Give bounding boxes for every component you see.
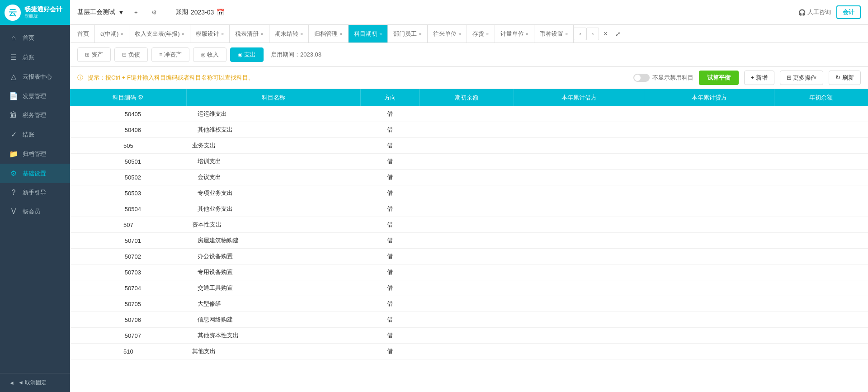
cell-ytd-debit	[514, 217, 644, 233]
tab-expand-button[interactable]: ⤢	[612, 28, 624, 40]
tab-next-button[interactable]: ›	[586, 28, 599, 40]
cell-ytd-debit	[514, 328, 644, 344]
tab-clients[interactable]: 往来单位 ×	[428, 25, 467, 43]
tab-inventory[interactable]: 存货 ×	[467, 25, 495, 43]
support-button[interactable]: 🎧 人工咨询	[798, 8, 831, 16]
tab-filing[interactable]: 归档管理 ×	[309, 25, 348, 43]
table-row[interactable]: 507资本性支出借	[70, 217, 868, 233]
sidebar-toggle-pin[interactable]: ◄ ◄ 取消固定	[0, 373, 70, 392]
sub-tab-expense[interactable]: ◉ 支出	[230, 47, 264, 62]
add-button[interactable]: + 新增	[744, 71, 774, 85]
refresh-button[interactable]: ↻ 刷新	[829, 71, 861, 85]
col-settings-icon[interactable]: ⚙	[138, 94, 144, 101]
cell-name: 业务支出	[187, 138, 361, 154]
trial-balance-button[interactable]: 试算平衡	[699, 71, 739, 85]
cell-name: 信息网络购建	[187, 312, 361, 328]
table-row[interactable]: 50406其他维权支出借	[70, 122, 868, 138]
table-row[interactable]: 50705大型修缮借	[70, 296, 868, 312]
tab-midterm[interactable]: ε(中期) ×	[95, 25, 129, 43]
sidebar-item-close-accounts[interactable]: ✓ 结账	[0, 125, 70, 144]
account-button[interactable]: 会计	[836, 5, 861, 19]
sub-tab-liability[interactable]: ⊟ 负债	[114, 47, 148, 62]
table-row[interactable]: 50703专用设备购置借	[70, 264, 868, 280]
tab-home-label: 首页	[77, 30, 89, 38]
tab-tax[interactable]: 税表清册 ×	[230, 25, 269, 43]
tab-subject-init[interactable]: 科目期初 ×	[349, 25, 388, 43]
table-row[interactable]: 50503专项业务支出借	[70, 185, 868, 201]
cell-code: 50705	[70, 296, 187, 312]
toggle-disabled-accounts[interactable]	[633, 74, 650, 82]
cell-ytd-credit	[644, 280, 774, 296]
table-row[interactable]: 510其他支出借	[70, 344, 868, 359]
tab-subject-init-close[interactable]: ×	[379, 31, 382, 37]
settings-button[interactable]: ⚙	[148, 6, 160, 19]
table-row[interactable]: 50405运运维支出借	[70, 106, 868, 122]
tab-template-close[interactable]: ×	[221, 31, 224, 37]
topbar: 基层工会测试 ▼ + ⚙ 账期 2023-03 📅 🎧 人工咨询 会计	[70, 0, 868, 25]
cell-ytd-credit	[644, 138, 774, 154]
more-actions-button[interactable]: ⊞ 更多操作	[780, 71, 824, 85]
cell-code: 507	[70, 217, 187, 233]
tab-inventory-close[interactable]: ×	[486, 31, 489, 37]
col-year-opening: 年初余额	[774, 89, 868, 106]
tab-home[interactable]: 首页	[72, 25, 95, 43]
table-row[interactable]: 50704交通工具购置借	[70, 280, 868, 296]
tab-dept[interactable]: 部门员工 ×	[388, 25, 427, 43]
table-row[interactable]: 505业务支出借	[70, 138, 868, 154]
table-row[interactable]: 50504其他业务支出借	[70, 201, 868, 217]
tab-tax-close[interactable]: ×	[260, 31, 263, 37]
sub-tab-asset[interactable]: ⊞ 资产	[77, 47, 111, 62]
cell-direction: 借	[361, 138, 420, 154]
sub-tab-income[interactable]: ◎ 收入	[193, 47, 226, 62]
tab-prev-button[interactable]: ‹	[574, 28, 586, 40]
tab-clients-close[interactable]: ×	[458, 31, 461, 37]
cell-name: 交通工具购置	[187, 280, 361, 296]
tab-unit-close[interactable]: ×	[526, 31, 528, 37]
tab-close-all-button[interactable]: ×	[599, 28, 612, 40]
sidebar-item-tax[interactable]: 🏛 税务管理	[0, 106, 70, 125]
tab-annual[interactable]: 收入支出表(年报) ×	[129, 25, 190, 43]
cell-direction: 借	[361, 154, 420, 170]
sidebar-item-reports[interactable]: △ 云报表中心	[0, 67, 70, 86]
cell-opening-balance	[420, 296, 514, 312]
tab-period-end[interactable]: 期末结转 ×	[269, 25, 309, 43]
tab-midterm-close[interactable]: ×	[120, 31, 123, 37]
sidebar-item-guide[interactable]: ? 新手引导	[0, 183, 70, 202]
table-row[interactable]: 50706信息网络购建借	[70, 312, 868, 328]
sidebar-item-member[interactable]: V 畅会员	[0, 202, 70, 221]
cell-ytd-credit	[644, 344, 774, 359]
col-code: 科目编码 ⚙	[70, 89, 187, 106]
sidebar-item-home[interactable]: ⌂ 首页	[0, 28, 70, 47]
cell-ytd-credit	[644, 328, 774, 344]
cell-ytd-credit	[644, 312, 774, 328]
cell-ytd-debit	[514, 170, 644, 185]
tab-currency[interactable]: 币种设置 ×	[534, 25, 574, 43]
sidebar-item-settings[interactable]: ⚙ 基础设置	[0, 164, 70, 183]
sidebar-item-ledger[interactable]: ☰ 总账	[0, 47, 70, 67]
tab-template[interactable]: 模版设计 ×	[190, 25, 230, 43]
table-row[interactable]: 50707其他资本性支出借	[70, 328, 868, 344]
cell-opening-balance	[420, 138, 514, 154]
cell-opening-balance	[420, 280, 514, 296]
tab-filing-close[interactable]: ×	[340, 31, 342, 37]
table-row[interactable]: 50702办公设备购置借	[70, 249, 868, 264]
add-tab-button[interactable]: +	[130, 6, 142, 19]
tab-currency-close[interactable]: ×	[565, 31, 568, 37]
tab-period-end-close[interactable]: ×	[300, 31, 303, 37]
cell-year-opening	[774, 217, 868, 233]
table-row[interactable]: 50701房屋建筑物购建借	[70, 233, 868, 249]
app-logo-text: 畅捷通好会计 旗舰版	[24, 5, 62, 19]
sub-tab-liability-label: 负债	[128, 51, 140, 59]
tab-unit[interactable]: 计量单位 ×	[495, 25, 534, 43]
sidebar-item-archive[interactable]: 📁 归档管理	[0, 144, 70, 164]
sidebar-item-invoice[interactable]: 📄 发票管理	[0, 86, 70, 106]
sub-tab-equity[interactable]: ≡ 净资产	[151, 47, 189, 62]
tab-subject-init-label: 科目期初	[354, 30, 377, 38]
tab-annual-close[interactable]: ×	[182, 31, 184, 37]
table-row[interactable]: 50501培训支出借	[70, 154, 868, 170]
headset-icon: 🎧	[798, 9, 806, 16]
period-selector[interactable]: 账期 2023-03 📅	[175, 8, 224, 16]
table-row[interactable]: 50502会议支出借	[70, 170, 868, 185]
company-selector[interactable]: 基层工会测试 ▼	[77, 8, 124, 16]
tab-dept-close[interactable]: ×	[419, 31, 421, 37]
